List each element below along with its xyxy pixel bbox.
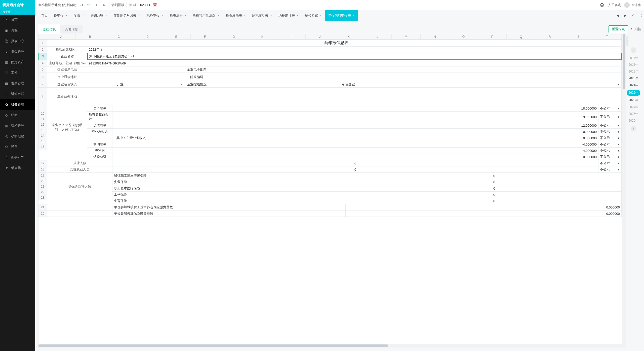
tab-纳税波动表[interactable]: 纳税波动表✕ [249,10,275,21]
subtab-other[interactable]: 其他信息 [60,25,83,33]
col-T[interactable]: T [593,34,622,39]
tab-close-icon[interactable]: ✕ [296,14,299,17]
consult-label[interactable]: 人工咨询 [608,3,621,7]
nav-reports[interactable]: ⿻报表中心 [0,36,35,46]
nav-settings[interactable]: ⚙设置 [0,142,35,152]
addr-val[interactable] [87,73,184,81]
col-C[interactable]: C [104,34,133,39]
publish-select[interactable]: 不公示▼ [598,135,622,141]
nav-archive[interactable]: ▥归档管理 [0,120,35,131]
col-A[interactable]: A [47,34,76,39]
nav-guide[interactable]: ▯新手引导 [0,152,35,163]
tab-close-icon[interactable]: ✕ [138,14,140,17]
company-name-cell[interactable]: 刘小艳演示账套 (勿删勿动！) 1 [87,53,622,60]
tab-close-icon[interactable]: ✕ [82,14,84,17]
publish-select[interactable]: 不公示▼ [598,112,622,122]
grid-body[interactable]: 1 工商年报信息表 2 税款所属期间： 2022年度 3 企业名称 刘小艳演示账… [38,40,622,344]
equity-total[interactable]: 9.992000 [112,112,598,122]
tabs-next[interactable]: ▶ [621,12,629,19]
year-up[interactable]: ︿ [631,47,636,53]
nav-assets[interactable]: ▦固定资产 [0,57,35,67]
liab-total[interactable]: 12.050000 [112,122,598,128]
rev-total[interactable]: 0.000000 [112,129,598,135]
nav-funds[interactable]: ¤资金管理 [0,46,35,57]
nav-psi[interactable]: ☷进销台账 [0,89,35,99]
publish-select[interactable]: 不公示▼ [598,141,622,147]
year-2019年[interactable]: 2019年 [629,69,638,74]
calendar-icon[interactable]: 📅 [153,3,157,7]
rev-main[interactable]: 0.000000 [150,135,598,141]
tab-close-icon[interactable]: ✕ [217,14,220,17]
tab-close-icon[interactable]: ✕ [184,14,187,17]
publish-select[interactable]: 不公示▼ [598,160,622,166]
tab-所得税汇算清缴[interactable]: 所得税汇算清缴✕ [190,10,223,21]
email-val[interactable] [209,66,622,73]
tab-税负波动表[interactable]: 税负波动表✕ [223,10,249,21]
col-R[interactable]: R [535,34,564,39]
postal-val[interactable] [209,73,622,81]
col-B[interactable]: B [76,34,104,39]
tab-说申报[interactable]: 说申报✕ [51,10,71,21]
user-menu[interactable]: 徐泽华 [624,2,641,8]
tab-税务申报[interactable]: 税务申报✕ [143,10,167,21]
publish-select[interactable]: 不公示▼ [598,122,622,128]
horizontal-scrollbar[interactable] [38,344,622,348]
year-down[interactable]: ﹀ [631,126,636,131]
switch-old-button[interactable]: 切到旧版 [109,2,127,8]
refresh-button[interactable]: ↻刷新 [631,27,641,31]
consult-icon[interactable]: 🎧 [599,2,605,8]
holding-select[interactable]: 私营企业▼ [209,81,622,87]
account-settings-button[interactable]: ⚙ [102,2,107,8]
year-2021年[interactable]: 2021年 [629,83,638,87]
tab-税检专家[interactable]: 税检专家✕ [302,10,325,21]
fullscreen-button[interactable]: ⛶ [636,12,644,19]
account-dropdown[interactable]: ﹀ [86,2,91,8]
col-P[interactable]: P [478,34,507,39]
ins-unemp[interactable]: 0 [367,179,622,185]
nav-xiaochang[interactable]: ◎小畅报销 [0,131,35,142]
ins-maternity[interactable]: 0 [367,198,622,204]
col-I[interactable]: I [277,34,306,39]
publish-select[interactable]: 不公示▼ [598,105,622,111]
profit-total[interactable]: -4.000000 [112,141,598,147]
year-2017年[interactable]: 2017年 [629,56,638,60]
tab-close-icon[interactable]: ✕ [161,14,164,17]
year-2024年[interactable]: 2024年 [629,105,638,109]
ins-pension[interactable]: 0 [367,173,622,179]
year-2023年[interactable]: 2023年 [629,98,638,102]
nav-invoice[interactable]: ▤发票管理 [0,78,35,89]
base-unemp[interactable]: 0.000000 [346,210,622,217]
female-count[interactable]: 0 [112,166,598,172]
status-select[interactable]: 开业▼ [87,81,184,87]
tab-进销台账[interactable]: 进销台账✕ [87,10,110,21]
add-account-button[interactable]: ＋ [94,2,99,8]
mainbiz-val[interactable] [87,88,622,105]
col-S[interactable]: S [564,34,593,39]
publish-select[interactable]: 不公示▼ [598,154,622,160]
year-2026年[interactable]: 2026年 [629,119,638,123]
col-K[interactable]: K [334,34,363,39]
nav-home[interactable]: ⌂首页 [0,15,35,25]
col-E[interactable]: E [162,34,191,39]
tab-首页[interactable]: 首页 [38,10,51,21]
vertical-scrollbar[interactable] [622,34,626,348]
tab-纳税统计表[interactable]: 纳税统计表✕ [275,10,302,21]
ins-medical[interactable]: 0 [367,185,622,191]
year-2018年[interactable]: 2018年 [629,63,638,67]
select-all-corner[interactable] [38,34,47,39]
tax-total[interactable]: 0.000000 [112,154,598,160]
nav-salary[interactable]: ☰工资 [0,67,35,78]
phone-val[interactable] [87,66,184,73]
col-M[interactable]: M [392,34,420,39]
period-val[interactable]: 2022年度 [87,47,622,53]
rail-collapse[interactable]: ‹ [626,36,628,46]
tabs-prev[interactable]: ◀ [614,12,621,19]
col-F[interactable]: F [191,34,219,39]
nav-tax[interactable]: ✿税务管理 [0,99,35,110]
tab-close-icon[interactable]: ✕ [352,14,355,17]
tab-close-icon[interactable]: ✕ [270,14,272,17]
year-2022年[interactable]: 2022年 [627,90,640,96]
col-J[interactable]: J [306,34,334,39]
col-G[interactable]: G [219,34,248,39]
nav-closing[interactable]: ◇结账 [0,110,35,120]
